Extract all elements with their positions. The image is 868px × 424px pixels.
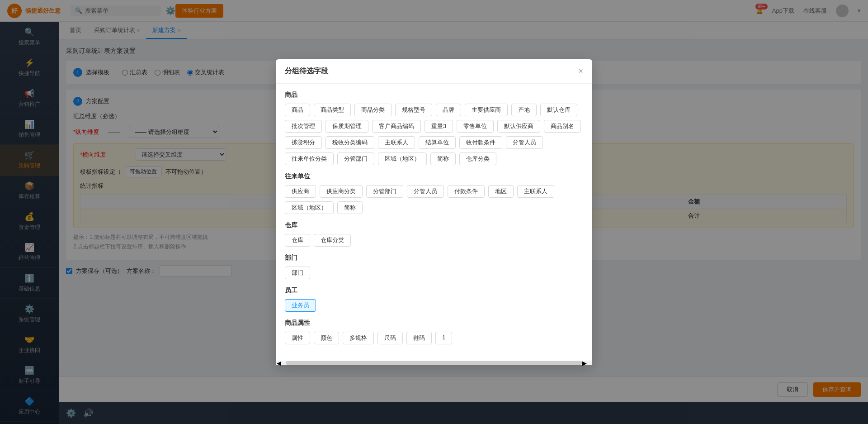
field-tag-product[interactable]: 商品 — [285, 104, 310, 116]
field-tag-retail-unit[interactable]: 零售单位 — [457, 120, 494, 133]
field-tag-main-supplier[interactable]: 主要供应商 — [465, 104, 508, 116]
field-tag-area[interactable]: 地区 — [488, 185, 514, 198]
field-grid-product-attr: 属性 颜色 多规格 尺码 鞋码 1 — [285, 332, 581, 344]
field-tag-weight3[interactable]: 重量3 — [425, 120, 453, 133]
modal-bottom-spacer — [285, 344, 581, 353]
field-tag-region2[interactable]: 区域（地区） — [285, 201, 334, 214]
modal-title: 分组待选字段 — [285, 67, 328, 76]
field-tag-product-category[interactable]: 商品分类 — [354, 104, 392, 116]
field-tag-one[interactable]: 1 — [435, 332, 452, 344]
field-tag-supplier[interactable]: 供应商 — [285, 185, 316, 198]
field-tag-brand[interactable]: 品牌 — [436, 104, 461, 116]
scroll-left-arrow: ◀ — [277, 360, 286, 367]
field-tag-admin-person[interactable]: 分管人员 — [407, 185, 444, 198]
field-tag-contact[interactable]: 主联系人 — [517, 185, 554, 198]
field-tag-short-name2[interactable]: 简称 — [337, 201, 363, 214]
field-tag-pay-terms[interactable]: 付款条件 — [448, 185, 485, 198]
modal-overlay: 分组待选字段 × 商品 商品 商品类型 商品分类 规格型号 品牌 主要供应商 产… — [0, 0, 868, 424]
field-tag-default-supplier[interactable]: 默认供应商 — [497, 120, 540, 133]
field-tag-color[interactable]: 颜色 — [314, 332, 339, 344]
section-title-warehouse: 仓库 — [285, 221, 581, 229]
modal-scroll-inner: 商品 商品 商品类型 商品分类 规格型号 品牌 主要供应商 产地 默认仓库 批次… — [285, 91, 583, 353]
field-grid-partner: 供应商 供应商分类 分管部门 分管人员 付款条件 地区 主联系人 区域（地区） … — [285, 185, 581, 214]
field-tag-supplier-cat[interactable]: 供应商分类 — [320, 185, 363, 198]
field-grid-department: 部门 — [285, 267, 581, 279]
field-tag-source-unit-cat[interactable]: 往来单位分类 — [285, 152, 334, 165]
section-title-partner: 往来单位 — [285, 172, 581, 181]
field-tag-region[interactable]: 区域（地区） — [378, 152, 427, 165]
field-tag-size[interactable]: 尺码 — [377, 332, 403, 344]
modal-body: 商品 商品 商品类型 商品分类 规格型号 品牌 主要供应商 产地 默认仓库 批次… — [276, 84, 592, 361]
field-tag-settle-unit[interactable]: 结算单位 — [419, 136, 456, 149]
scroll-right-arrow: ▶ — [582, 360, 591, 367]
field-tag-attr[interactable]: 属性 — [285, 332, 310, 344]
field-tag-short-name[interactable]: 简称 — [430, 152, 456, 165]
section-title-product: 商品 — [285, 91, 581, 99]
field-tag-admin-staff[interactable]: 分管人员 — [506, 136, 543, 149]
field-tag-dep[interactable]: 部门 — [285, 267, 310, 279]
modal-close-button[interactable]: × — [578, 67, 583, 76]
scroll-thumb[interactable] — [286, 361, 582, 365]
field-tag-shoe-code[interactable]: 鞋码 — [406, 332, 432, 344]
field-tag-origin[interactable]: 产地 — [511, 104, 537, 116]
section-title-product-attr: 商品属性 — [285, 319, 581, 327]
field-tag-admin-dept[interactable]: 分管部门 — [337, 152, 374, 165]
field-tag-tax-code[interactable]: 税收分类编码 — [326, 136, 374, 149]
field-grid-product: 商品 商品类型 商品分类 规格型号 品牌 主要供应商 产地 默认仓库 批次管理 … — [285, 104, 581, 165]
field-tag-default-warehouse[interactable]: 默认仓库 — [540, 104, 577, 116]
modal-dialog: 分组待选字段 × 商品 商品 商品类型 商品分类 规格型号 品牌 主要供应商 产… — [276, 59, 592, 365]
field-grid-employee: 业务员 — [285, 299, 581, 312]
field-tag-product-alias[interactable]: 商品别名 — [544, 120, 581, 133]
field-tag-spec-type[interactable]: 规格型号 — [395, 104, 432, 116]
modal-header: 分组待选字段 × — [276, 59, 592, 84]
field-tag-expiry-mgmt[interactable]: 保质期管理 — [326, 120, 368, 133]
field-grid-warehouse: 仓库 仓库分类 — [285, 234, 581, 247]
field-tag-wh-cat[interactable]: 仓库分类 — [314, 234, 351, 247]
field-tag-payment-terms[interactable]: 收付款条件 — [459, 136, 502, 149]
section-title-employee: 员工 — [285, 286, 581, 295]
field-tag-salesman[interactable]: 业务员 — [285, 299, 316, 312]
modal-horizontal-scrollbar[interactable]: ◀ ▶ — [276, 361, 592, 365]
field-tag-customer-code[interactable]: 客户商品编码 — [372, 120, 421, 133]
field-tag-warehouse-cat[interactable]: 仓库分类 — [459, 152, 496, 165]
section-title-department: 部门 — [285, 254, 581, 262]
field-tag-multi-spec[interactable]: 多规格 — [343, 332, 374, 344]
field-tag-product-type[interactable]: 商品类型 — [314, 104, 351, 116]
field-tag-dept[interactable]: 分管部门 — [366, 185, 403, 198]
field-tag-batch-mgmt[interactable]: 批次管理 — [285, 120, 322, 133]
field-tag-pick-points[interactable]: 拣货积分 — [285, 136, 322, 149]
field-tag-wh[interactable]: 仓库 — [285, 234, 310, 247]
field-tag-main-contact[interactable]: 主联系人 — [378, 136, 415, 149]
